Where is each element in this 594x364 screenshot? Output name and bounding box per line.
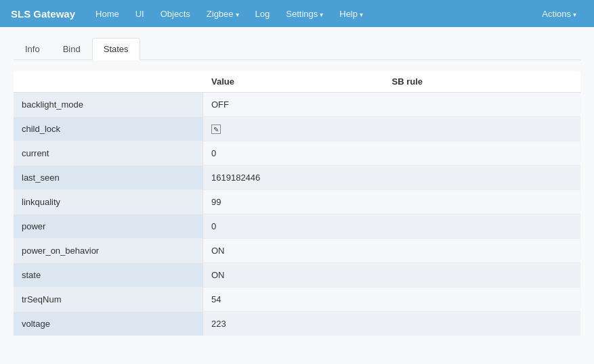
chevron-down-icon bbox=[360, 9, 363, 19]
table-header: Value SB rule bbox=[14, 71, 580, 93]
nav-home[interactable]: Home bbox=[89, 3, 126, 24]
cell-value: ON bbox=[203, 239, 392, 263]
cell-value: OFF bbox=[203, 93, 392, 116]
tab-states[interactable]: States bbox=[92, 38, 140, 60]
table-row: power_on_behaviorON bbox=[14, 239, 580, 263]
chevron-down-icon bbox=[236, 9, 239, 19]
cell-value: ✎ bbox=[203, 117, 392, 141]
nav-zigbee[interactable]: Zigbee bbox=[200, 3, 246, 24]
states-table: Value SB rule backlight_modeOFFchild_loc… bbox=[14, 71, 580, 336]
main-content: Info Bind States Value SB rule backlight… bbox=[0, 27, 594, 346]
cell-sbrule bbox=[392, 166, 581, 189]
edit-icon[interactable]: ✎ bbox=[211, 124, 221, 134]
navbar-items: Home UI Objects Zigbee Log Settings Help bbox=[89, 3, 535, 24]
chevron-down-icon bbox=[573, 9, 576, 19]
cell-value: 99 bbox=[203, 190, 392, 214]
cell-name: state bbox=[14, 263, 203, 287]
cell-value: 0 bbox=[203, 141, 392, 165]
col-name-header bbox=[22, 76, 211, 87]
tab-info[interactable]: Info bbox=[14, 38, 51, 60]
cell-value: 1619182446 bbox=[203, 166, 392, 189]
cell-name: child_lock bbox=[14, 117, 203, 141]
nav-settings[interactable]: Settings bbox=[279, 3, 330, 24]
table-row: last_seen1619182446 bbox=[14, 166, 580, 190]
nav-log[interactable]: Log bbox=[249, 3, 277, 24]
brand[interactable]: SLS Gateway bbox=[11, 8, 75, 20]
nav-objects[interactable]: Objects bbox=[154, 3, 197, 24]
cell-sbrule bbox=[392, 263, 581, 287]
cell-name: backlight_mode bbox=[14, 93, 203, 116]
cell-value: ON bbox=[203, 263, 392, 287]
actions-menu[interactable]: Actions bbox=[535, 3, 583, 24]
cell-value: 223 bbox=[203, 312, 392, 336]
cell-sbrule bbox=[392, 141, 581, 165]
cell-sbrule bbox=[392, 93, 581, 116]
cell-name: power bbox=[14, 214, 203, 238]
col-value-header: Value bbox=[211, 76, 392, 87]
cell-name: linkquality bbox=[14, 190, 203, 214]
table-row: voltage223 bbox=[14, 312, 580, 336]
navbar: SLS Gateway Home UI Objects Zigbee Log S… bbox=[0, 0, 594, 27]
nav-ui[interactable]: UI bbox=[129, 3, 151, 24]
cell-sbrule bbox=[392, 288, 581, 311]
cell-value: 54 bbox=[203, 288, 392, 311]
cell-name: trSeqNum bbox=[14, 288, 203, 311]
col-sbrule-header: SB rule bbox=[392, 76, 573, 87]
cell-sbrule bbox=[392, 190, 581, 214]
cell-name: power_on_behavior bbox=[14, 239, 203, 263]
table-row: linkquality99 bbox=[14, 190, 580, 214]
table-row: power0 bbox=[14, 214, 580, 239]
chevron-down-icon bbox=[320, 9, 323, 19]
table-row: stateON bbox=[14, 263, 580, 288]
table-row: current0 bbox=[14, 141, 580, 166]
tab-bar: Info Bind States bbox=[14, 38, 580, 60]
table-row: backlight_modeOFF bbox=[14, 93, 580, 117]
nav-help[interactable]: Help bbox=[333, 3, 370, 24]
table-body: backlight_modeOFFchild_lock✎current0last… bbox=[14, 93, 580, 336]
cell-value: 0 bbox=[203, 214, 392, 238]
navbar-actions: Actions bbox=[535, 3, 583, 24]
cell-sbrule bbox=[392, 117, 581, 141]
cell-name: voltage bbox=[14, 312, 203, 336]
cell-name: last_seen bbox=[14, 166, 203, 189]
table-row: child_lock✎ bbox=[14, 117, 580, 141]
cell-name: current bbox=[14, 141, 203, 165]
table-row: trSeqNum54 bbox=[14, 288, 580, 312]
cell-sbrule bbox=[392, 312, 581, 336]
cell-sbrule bbox=[392, 239, 581, 263]
cell-sbrule bbox=[392, 214, 581, 238]
tab-bind[interactable]: Bind bbox=[51, 38, 92, 60]
